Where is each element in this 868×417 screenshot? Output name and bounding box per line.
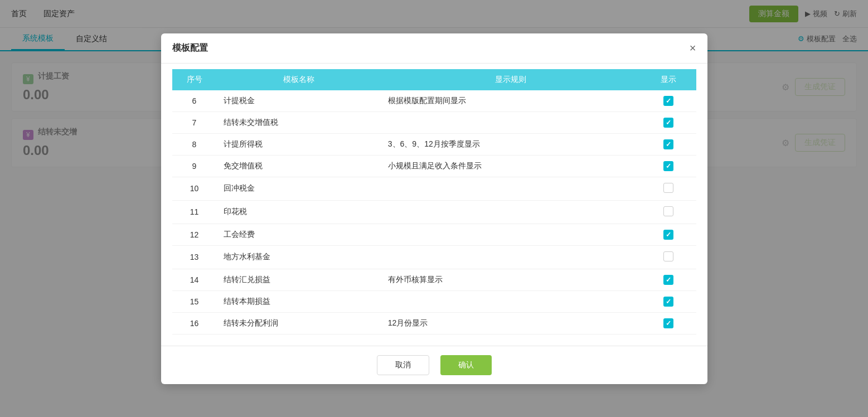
row-template-name: 结转本期损益 bbox=[217, 290, 381, 312]
row-display-checkbox-cell bbox=[641, 269, 696, 290]
col-header-index: 序号 bbox=[172, 69, 217, 90]
table-row: 15结转本期损益 bbox=[172, 290, 696, 312]
table-row: 6计提税金根据模版配置期间显示 bbox=[172, 90, 696, 112]
row-display-rule: 小规模且满足收入条件显示 bbox=[381, 155, 641, 177]
modal-header: 模板配置 × bbox=[161, 33, 707, 64]
row-template-name: 免交增值税 bbox=[217, 155, 381, 177]
table-row: 11印花税 bbox=[172, 200, 696, 224]
row-index: 11 bbox=[172, 200, 217, 224]
col-header-display: 显示 bbox=[641, 69, 696, 90]
config-table: 序号 模板名称 显示规则 显示 6计提税金根据模版配置期间显示7结转未交增值税8… bbox=[172, 69, 696, 334]
row-index: 16 bbox=[172, 312, 217, 334]
confirm-btn[interactable]: 确认 bbox=[440, 355, 492, 375]
row-display-checkbox-cell bbox=[641, 200, 696, 224]
display-checkbox[interactable] bbox=[663, 318, 673, 328]
row-index: 6 bbox=[172, 90, 217, 112]
display-checkbox[interactable] bbox=[663, 183, 673, 193]
row-display-rule: 12月份显示 bbox=[381, 312, 641, 334]
row-display-rule bbox=[381, 290, 641, 312]
row-display-checkbox-cell bbox=[641, 90, 696, 112]
display-checkbox[interactable] bbox=[663, 118, 673, 128]
row-display-rule bbox=[381, 111, 641, 133]
row-display-checkbox-cell bbox=[641, 155, 696, 177]
row-display-checkbox-cell bbox=[641, 177, 696, 200]
row-index: 15 bbox=[172, 290, 217, 312]
display-checkbox[interactable] bbox=[663, 297, 673, 307]
display-checkbox[interactable] bbox=[663, 139, 673, 149]
row-display-rule: 根据模版配置期间显示 bbox=[381, 90, 641, 112]
row-display-rule bbox=[381, 224, 641, 245]
cancel-btn[interactable]: 取消 bbox=[377, 355, 429, 375]
row-template-name: 地方水利基金 bbox=[217, 245, 381, 269]
row-display-rule bbox=[381, 200, 641, 224]
display-checkbox[interactable] bbox=[663, 96, 673, 106]
row-display-rule bbox=[381, 177, 641, 200]
row-index: 8 bbox=[172, 133, 217, 155]
table-row: 10回冲税金 bbox=[172, 177, 696, 200]
row-display-checkbox-cell bbox=[641, 290, 696, 312]
table-row: 14结转汇兑损益有外币核算显示 bbox=[172, 269, 696, 290]
row-display-checkbox-cell bbox=[641, 224, 696, 245]
table-row: 9免交增值税小规模且满足收入条件显示 bbox=[172, 155, 696, 177]
row-template-name: 回冲税金 bbox=[217, 177, 381, 200]
row-index: 14 bbox=[172, 269, 217, 290]
table-row: 7结转未交增值税 bbox=[172, 111, 696, 133]
row-index: 13 bbox=[172, 245, 217, 269]
row-template-name: 结转未分配利润 bbox=[217, 312, 381, 334]
display-checkbox[interactable] bbox=[663, 275, 673, 285]
table-row: 8计提所得税3、6、9、12月按季度显示 bbox=[172, 133, 696, 155]
modal-overlay: 模板配置 × 序号 模板名称 显示规则 显示 6计提税金根据模版配置期间显示7结… bbox=[0, 0, 868, 417]
modal-template-config: 模板配置 × 序号 模板名称 显示规则 显示 6计提税金根据模版配置期间显示7结… bbox=[161, 33, 707, 384]
display-checkbox[interactable] bbox=[663, 161, 673, 171]
modal-footer: 取消 确认 bbox=[161, 346, 707, 384]
modal-title: 模板配置 bbox=[172, 42, 208, 54]
table-header-row: 序号 模板名称 显示规则 显示 bbox=[172, 69, 696, 90]
col-header-rule: 显示规则 bbox=[381, 69, 641, 90]
row-display-rule: 有外币核算显示 bbox=[381, 269, 641, 290]
row-template-name: 工会经费 bbox=[217, 224, 381, 245]
display-checkbox[interactable] bbox=[663, 206, 673, 216]
row-template-name: 印花税 bbox=[217, 200, 381, 224]
row-display-rule: 3、6、9、12月按季度显示 bbox=[381, 133, 641, 155]
display-checkbox[interactable] bbox=[663, 230, 673, 240]
row-index: 10 bbox=[172, 177, 217, 200]
row-template-name: 计提税金 bbox=[217, 90, 381, 112]
row-template-name: 结转未交增值税 bbox=[217, 111, 381, 133]
modal-body: 序号 模板名称 显示规则 显示 6计提税金根据模版配置期间显示7结转未交增值税8… bbox=[161, 64, 707, 346]
row-display-checkbox-cell bbox=[641, 312, 696, 334]
row-template-name: 结转汇兑损益 bbox=[217, 269, 381, 290]
row-display-checkbox-cell bbox=[641, 111, 696, 133]
row-display-rule bbox=[381, 245, 641, 269]
col-header-name: 模板名称 bbox=[217, 69, 381, 90]
row-index: 12 bbox=[172, 224, 217, 245]
table-row: 16结转未分配利润12月份显示 bbox=[172, 312, 696, 334]
row-display-checkbox-cell bbox=[641, 245, 696, 269]
row-template-name: 计提所得税 bbox=[217, 133, 381, 155]
modal-close-btn[interactable]: × bbox=[690, 42, 696, 54]
table-row: 12工会经费 bbox=[172, 224, 696, 245]
table-row: 13地方水利基金 bbox=[172, 245, 696, 269]
row-index: 7 bbox=[172, 111, 217, 133]
display-checkbox[interactable] bbox=[663, 251, 673, 261]
row-index: 9 bbox=[172, 155, 217, 177]
row-display-checkbox-cell bbox=[641, 133, 696, 155]
